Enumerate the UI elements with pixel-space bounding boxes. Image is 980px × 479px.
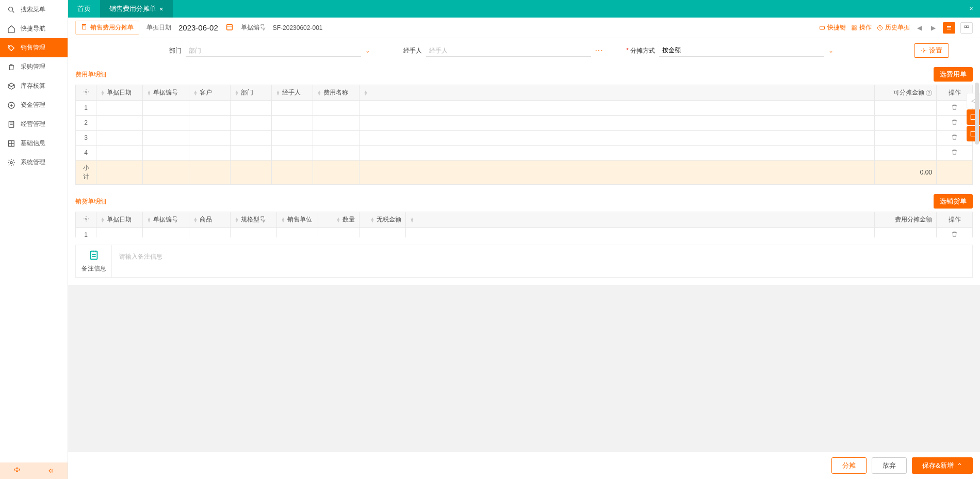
header-actions: 快捷键 操作 历史单据 ◀ ▶ [819, 22, 973, 34]
view-list-button[interactable] [943, 22, 955, 34]
remarks-box: 备注信息 [75, 245, 973, 278]
col-product[interactable]: ▲▼商品 [189, 212, 231, 228]
col-dept[interactable]: ▲▼部门 [231, 85, 272, 101]
sidebar-label: 资金管理 [21, 101, 45, 109]
search-icon [7, 6, 15, 14]
coin-icon [7, 101, 15, 109]
sidebar-item-inventory[interactable]: 库存核算 [0, 76, 68, 95]
history-link[interactable]: 历史单据 [877, 23, 910, 32]
col-blank[interactable]: ▲▼ [406, 212, 875, 228]
discard-button[interactable]: 放弃 [872, 457, 907, 474]
handler-label: 经手人 [391, 46, 422, 55]
svg-rect-22 [855, 26, 856, 27]
prev-doc-button[interactable]: ◀ [915, 24, 924, 31]
next-doc-button[interactable]: ▶ [929, 24, 938, 31]
scrollbar[interactable] [975, 83, 979, 145]
col-op: 操作 [937, 212, 973, 228]
view-grid-button[interactable] [960, 22, 973, 34]
date-value[interactable]: 2023-06-02 [178, 23, 218, 32]
remarks-input[interactable] [112, 245, 972, 276]
sales-table: ▲▼单据日期 ▲▼单据编号 ▲▼商品 ▲▼规格型号 ▲▼销售单位 ▲▼数量 ▲▼… [75, 212, 973, 237]
svg-rect-23 [852, 28, 854, 30]
col-feename[interactable]: ▲▼费用名称 [313, 85, 360, 101]
sales-title: 销货单明细 [75, 197, 106, 206]
svg-line-1 [12, 11, 14, 12]
col-docno[interactable]: ▲▼单据编号 [143, 85, 189, 101]
col-amount[interactable]: 可分摊金额? [875, 85, 937, 101]
allocate-button[interactable]: 分摊 [831, 457, 867, 474]
close-icon[interactable]: × [159, 5, 164, 13]
operate-link[interactable]: 操作 [851, 23, 872, 32]
sidebar-item-purchase[interactable]: 采购管理 [0, 57, 68, 76]
col-docno[interactable]: ▲▼单据编号 [143, 212, 189, 228]
gear-col[interactable] [76, 212, 96, 228]
col-handler[interactable]: ▲▼经手人 [272, 85, 313, 101]
note-icon [88, 249, 100, 262]
tab-current[interactable]: 销售费用分摊单 × [100, 0, 173, 18]
select-sales-button[interactable]: 选销货单 [934, 194, 973, 209]
spacer [68, 285, 980, 452]
sidebar-item-funds[interactable]: 资金管理 [0, 95, 68, 115]
table-row[interactable]: 2 [76, 116, 973, 131]
svg-rect-34 [90, 251, 97, 259]
expense-section-header: 费用单明细 选费用单 [75, 67, 973, 82]
sidebar-collapse-button[interactable] [34, 462, 68, 479]
doc-title-text: 销售费用分摊单 [90, 23, 134, 32]
sidebar-item-quicknav[interactable]: 快捷导航 [0, 19, 68, 38]
field-handler: 经手人 ··· [391, 45, 603, 57]
sidebar-item-search[interactable]: 搜索菜单 [0, 0, 68, 19]
col-qty[interactable]: ▲▼数量 [318, 212, 360, 228]
col-date[interactable]: ▲▼单据日期 [96, 85, 143, 101]
col-spec[interactable]: ▲▼规格型号 [231, 212, 277, 228]
svg-rect-24 [855, 28, 856, 30]
handler-input[interactable] [426, 45, 591, 57]
svg-rect-21 [852, 26, 854, 27]
sidebar-item-system[interactable]: 系统管理 [0, 153, 68, 172]
col-blank[interactable]: ▲▼ [360, 85, 875, 101]
docno-value: SF-20230602-001 [273, 24, 323, 31]
delete-row-button[interactable] [937, 228, 973, 237]
settings-button[interactable]: 设置 [914, 43, 949, 58]
col-unit[interactable]: ▲▼销售单位 [277, 212, 318, 228]
method-input[interactable] [659, 45, 824, 57]
col-customer[interactable]: ▲▼客户 [189, 85, 231, 101]
more-icon[interactable]: ··· [595, 47, 603, 54]
document-icon [81, 24, 87, 31]
col-date[interactable]: ▲▼单据日期 [96, 212, 143, 228]
grid-icon [7, 139, 15, 148]
table-row[interactable]: 1 [76, 228, 973, 237]
sidebar-item-business[interactable]: 经营管理 [0, 115, 68, 134]
calendar-icon[interactable] [225, 23, 234, 33]
remarks-label: 备注信息 [76, 245, 112, 277]
help-icon[interactable]: ? [926, 90, 932, 96]
tag-icon [7, 44, 15, 52]
col-amount[interactable]: ▲▼无税金额 [360, 212, 406, 228]
sidebar-label: 系统管理 [21, 158, 45, 167]
gear-col[interactable] [76, 85, 96, 101]
sales-section-header: 销货单明细 选销货单 [75, 194, 973, 209]
save-new-button[interactable]: 保存&新增⌃ [912, 457, 973, 474]
dept-input[interactable] [186, 45, 361, 57]
field-dept: 部门 ⌄ [151, 45, 370, 57]
table-row[interactable]: 3 [76, 131, 973, 146]
footer: 分摊 放弃 保存&新增⌃ [68, 452, 980, 479]
chevron-down-icon[interactable]: ⌄ [365, 47, 370, 54]
table-row[interactable]: 4 [76, 146, 973, 161]
chevron-down-icon[interactable]: ⌄ [828, 47, 834, 54]
sidebar-item-sales[interactable]: 销售管理 [0, 38, 68, 57]
expense-table: ▲▼单据日期 ▲▼单据编号 ▲▼客户 ▲▼部门 ▲▼经手人 ▲▼费用名称 ▲▼ … [75, 85, 973, 185]
svg-rect-29 [965, 26, 967, 28]
delete-row-button[interactable] [937, 146, 973, 161]
select-expense-button[interactable]: 选费用单 [934, 67, 973, 82]
shortcut-link[interactable]: 快捷键 [819, 23, 846, 32]
sidebar-item-basicinfo[interactable]: 基础信息 [0, 134, 68, 153]
sidebar-settings-button[interactable] [0, 462, 34, 479]
gear-icon [921, 47, 927, 54]
table-row[interactable]: 1 [76, 101, 973, 116]
date-label: 单据日期 [146, 23, 171, 32]
tab-home[interactable]: 首页 [68, 0, 100, 18]
expense-title: 费用单明细 [75, 70, 106, 79]
tab-close-all[interactable]: × [962, 0, 980, 18]
col-fee[interactable]: 费用分摊金额 [875, 212, 937, 228]
subtotal-row: 小计0.00 [76, 161, 973, 185]
